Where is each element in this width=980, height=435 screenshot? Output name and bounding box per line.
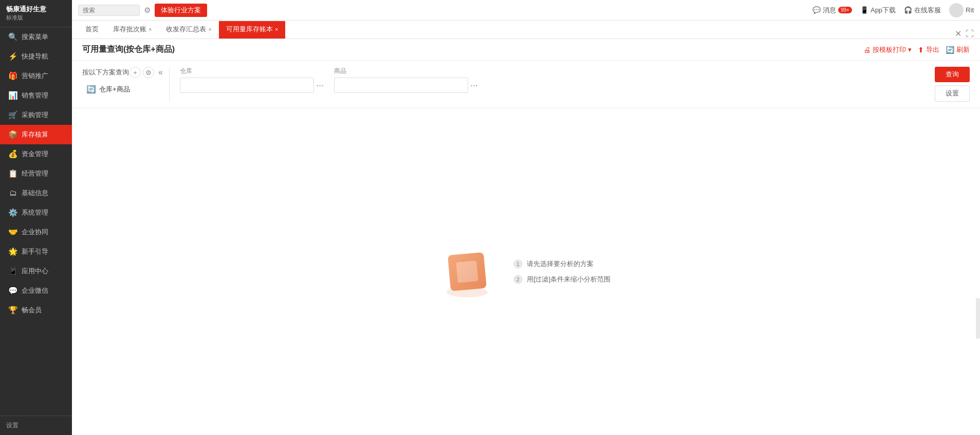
user-area[interactable]: Rit — [949, 3, 974, 17]
goods-more-btn[interactable]: ··· — [470, 80, 478, 91]
goods-input-row: ··· — [334, 78, 478, 93]
sidebar-icon-app-center: 📱 — [8, 267, 17, 276]
tab-close-all-btn[interactable]: ✕ — [955, 29, 961, 39]
sidebar-icon-marketing-promo: 🎁 — [8, 71, 17, 81]
filter-actions: 查询 设置 — [935, 67, 970, 102]
query-panel: 按以下方案查询 + ⚙ « 🔄 仓库+商品 仓库 — [72, 61, 980, 108]
tab-batch-ledger[interactable]: 库存批次账× — [106, 21, 159, 39]
sidebar-item-enterprise-wechat[interactable]: 💬企业微信 — [0, 281, 72, 300]
sidebar-icon-enterprise-coop: 🤝 — [8, 228, 17, 237]
sidebar-footer-label: 设置 — [6, 422, 19, 429]
scheme-add-btn[interactable]: + — [130, 67, 141, 78]
sidebar-item-ops-mgmt[interactable]: 📋经营管理 — [0, 164, 72, 183]
industry-btn[interactable]: 体验行业方案 — [155, 4, 207, 17]
sidebar-label-shortcut: 快捷导航 — [22, 52, 48, 61]
goods-field: 商品 ··· — [334, 67, 478, 93]
warehouse-more-btn[interactable]: ··· — [316, 80, 324, 91]
sidebar-icon-basic-info: 🗂 — [8, 188, 17, 197]
sidebar-item-sales-mgmt[interactable]: 📊销售管理 — [0, 86, 72, 105]
sidebar-item-purchase-mgmt[interactable]: 🛒采购管理 — [0, 105, 72, 125]
sidebar-label-new-guide: 新手引导 — [22, 247, 48, 256]
print-btn[interactable]: 🖨 按模板打印 ▾ — [863, 45, 912, 54]
sidebar-brand-name: 畅康通好生意 — [6, 5, 66, 14]
tab-close-available-ledger[interactable]: × — [275, 26, 278, 32]
sidebar-icon-shortcut: ⚡ — [8, 52, 17, 61]
refresh-label: 刷新 — [956, 45, 970, 54]
tab-receive-summary[interactable]: 收发存汇总表× — [159, 21, 218, 39]
sidebar-item-basic-info[interactable]: 🗂基础信息 — [0, 183, 72, 203]
scheme-settings-btn[interactable]: ⚙ — [143, 67, 154, 78]
tab-available-ledger[interactable]: 可用量库存账本× — [219, 21, 285, 39]
sidebar-item-enterprise-coop[interactable]: 🤝企业协同 — [0, 222, 72, 242]
export-btn[interactable]: ⬆ 导出 — [918, 45, 939, 54]
scheme-panel: 按以下方案查询 + ⚙ « 🔄 仓库+商品 — [82, 67, 170, 102]
sidebar-scroll: 🔍搜索菜单⚡快捷导航🎁营销推广📊销售管理🛒采购管理📦库存核算💰资金管理📋经营管理… — [0, 27, 72, 415]
gear-icon[interactable]: ⚙ — [144, 6, 151, 15]
goods-label: 商品 — [334, 67, 478, 75]
query-btn[interactable]: 查询 — [935, 67, 970, 82]
sidebar-icon-new-guide: 🌟 — [8, 247, 17, 256]
sidebar-item-new-guide[interactable]: 🌟新手引导 — [0, 242, 72, 261]
empty-box — [448, 252, 487, 291]
sidebar-icon-sales-mgmt: 📊 — [8, 91, 17, 100]
warehouse-input-row: ··· — [180, 78, 324, 93]
tabs-bar: 首页库存批次账×收发存汇总表×可用量库存账本× ✕ ⛶ — [72, 21, 980, 39]
sidebar-label-enterprise-wechat: 企业微信 — [22, 286, 48, 295]
sidebar-item-app-center[interactable]: 📱应用中心 — [0, 261, 72, 281]
sidebar-item-system-mgmt[interactable]: ⚙️系统管理 — [0, 203, 72, 222]
right-scrollbar[interactable] — [976, 298, 980, 339]
sidebar: 畅康通好生意 标准版 🔍搜索菜单⚡快捷导航🎁营销推广📊销售管理🛒采购管理📦库存核… — [0, 0, 72, 435]
empty-tip-1: 1 请先选择要分析的方案 — [513, 259, 611, 269]
service-icon: 🎧 — [904, 6, 912, 14]
settings-action-btn[interactable]: 设置 — [935, 85, 970, 102]
tab-expand-btn[interactable]: ⛶ — [966, 29, 974, 39]
avatar — [949, 3, 964, 17]
tab-label-available-ledger: 可用量库存账本 — [226, 25, 273, 34]
tab-close-receive-summary[interactable]: × — [208, 26, 211, 32]
tab-label-batch-ledger: 库存批次账 — [113, 25, 146, 34]
scheme-item-warehouse-goods[interactable]: 🔄 仓库+商品 — [82, 82, 163, 97]
sidebar-label-sales-mgmt: 销售管理 — [22, 91, 48, 100]
topbar: ⚙ 体验行业方案 💬 消息 99+ 📱 App下载 🎧 在线客服 Rit — [72, 0, 980, 21]
sidebar-item-inventory-calc[interactable]: 📦库存核算 — [0, 125, 72, 144]
scheme-panel-label: 按以下方案查询 — [82, 68, 129, 77]
sidebar-icon-ops-mgmt: 📋 — [8, 169, 17, 178]
page-content: 可用量查询(按仓库+商品) 🖨 按模板打印 ▾ ⬆ 导出 🔄 刷新 — [72, 39, 980, 435]
filter-fields: 仓库 ··· 商品 ··· — [170, 67, 935, 102]
print-label: 按模板打印 — [873, 45, 906, 54]
refresh-btn[interactable]: 🔄 刷新 — [946, 45, 970, 54]
message-btn[interactable]: 💬 消息 99+ — [812, 6, 852, 15]
app-icon: 📱 — [860, 6, 868, 14]
tab-home[interactable]: 首页 — [78, 21, 106, 39]
main-area: ⚙ 体验行业方案 💬 消息 99+ 📱 App下载 🎧 在线客服 Rit — [72, 0, 980, 435]
scheme-collapse-btn[interactable]: « — [158, 68, 163, 77]
print-chevron-icon[interactable]: ▾ — [908, 46, 912, 53]
sidebar-footer[interactable]: 设置 — [0, 415, 72, 435]
app-download-btn[interactable]: 📱 App下载 — [860, 6, 896, 15]
sidebar-label-enterprise-coop: 企业协同 — [22, 228, 48, 237]
search-input[interactable] — [78, 5, 140, 16]
sidebar-brand-sub: 标准版 — [6, 14, 66, 22]
sidebar-icon-system-mgmt: ⚙️ — [8, 208, 17, 217]
sidebar-item-shortcut[interactable]: ⚡快捷导航 — [0, 47, 72, 66]
warehouse-input[interactable] — [180, 78, 314, 93]
sidebar-label-vip: 畅会员 — [22, 306, 42, 315]
export-label: 导出 — [926, 45, 939, 54]
sidebar-item-fund-mgmt[interactable]: 💰资金管理 — [0, 144, 72, 164]
sidebar-label-search: 搜索菜单 — [22, 32, 48, 42]
warehouse-field: 仓库 ··· — [180, 67, 324, 93]
export-icon: ⬆ — [918, 46, 924, 54]
goods-input[interactable] — [334, 78, 468, 93]
sidebar-icon-purchase-mgmt: 🛒 — [8, 110, 17, 120]
sidebar-item-search[interactable]: 🔍搜索菜单 — [0, 27, 72, 47]
refresh-icon: 🔄 — [946, 46, 954, 54]
sidebar-item-vip[interactable]: 🏆畅会员 — [0, 300, 72, 320]
sidebar-item-marketing-promo[interactable]: 🎁营销推广 — [0, 66, 72, 86]
sidebar-label-basic-info: 基础信息 — [22, 188, 48, 198]
tab-label-receive-summary: 收发存汇总表 — [166, 25, 206, 34]
tip-num-2: 2 — [513, 275, 523, 284]
sidebar-header: 畅康通好生意 标准版 — [0, 0, 72, 27]
scheme-item-label: 仓库+商品 — [99, 85, 130, 94]
service-btn[interactable]: 🎧 在线客服 — [904, 6, 941, 15]
tab-close-batch-ledger[interactable]: × — [149, 26, 152, 32]
